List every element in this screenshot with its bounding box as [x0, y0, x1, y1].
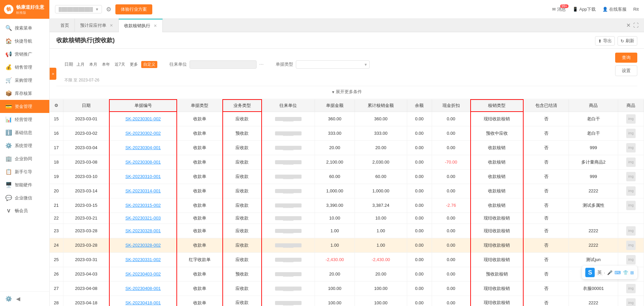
cell-partner: ████	[262, 184, 315, 198]
sidebar-item-operation[interactable]: 📊 经营管理	[0, 113, 49, 126]
user-name[interactable]: Rit	[633, 7, 639, 12]
date-this-year[interactable]: 本年	[101, 61, 111, 68]
voucher-link[interactable]: SK-20230321-003	[125, 216, 161, 221]
col-partner: 往来单位	[262, 100, 315, 112]
tab-collection[interactable]: 收款核销执行 ✕	[119, 19, 163, 32]
voucher-link[interactable]: SK-20230308-001	[125, 160, 161, 165]
sidebar-item-wechat[interactable]: 💬 企业微信	[0, 191, 49, 204]
voucher-link[interactable]: SK-20230314-001	[125, 188, 161, 193]
cell-writeoff: 10.00	[355, 212, 407, 224]
online-service-btn[interactable]: 👤 在线客服	[602, 6, 627, 12]
industry-btn[interactable]: 体验行业方案	[115, 4, 152, 14]
cell-balance: 0.00	[407, 155, 432, 169]
cell-product-img: img	[618, 126, 644, 140]
cell-type: 收款单	[177, 238, 223, 252]
cell-type: 收款单	[177, 281, 223, 296]
cell-product-img: img	[618, 224, 644, 238]
col-balance: 余额	[407, 100, 432, 112]
sidebar-item-guide[interactable]: 📋 新手引导	[0, 165, 49, 178]
cell-biz-type: 应收款	[223, 140, 262, 155]
setting-btn[interactable]: 设置	[615, 65, 637, 76]
partner-input[interactable]	[190, 60, 257, 69]
voucher-link[interactable]: SK-20230302-002	[125, 131, 161, 136]
voucher-link[interactable]: SK-20230331-002	[125, 257, 161, 262]
inventory-icon: 📦	[5, 90, 12, 97]
cell-settled: 否	[523, 238, 569, 252]
filter-toggle-btn[interactable]: »	[50, 68, 56, 80]
sidebar-item-basic[interactable]: ℹ️ 基础信息	[0, 126, 49, 139]
tab-home[interactable]: 首页	[55, 19, 75, 32]
date-7days[interactable]: 近7天	[113, 61, 126, 68]
refresh-btn[interactable]: ↻ 刷新	[618, 36, 637, 46]
tab-prepayment[interactable]: 预计应应付单 ✕	[75, 19, 119, 32]
voucher-link[interactable]: SK-20230328-001	[125, 228, 161, 233]
filter-row: 日期 上月 本月 本年 近7天 更多 自定义 往来单位 ··· 单据类型	[56, 53, 637, 76]
brand-icon-3: 🎤	[607, 270, 612, 275]
cell-cancel-type: 收款核销	[471, 184, 523, 198]
cell-voucher: SK-20230301-002	[109, 112, 176, 126]
settings-icon[interactable]: ⚙️	[5, 296, 12, 302]
voucher-link[interactable]: SK-20230304-001	[125, 145, 161, 150]
brand-icons: 英 · 🎤 ⌨ 👕 ⊞	[597, 269, 634, 276]
cell-biz-type: 预收款	[223, 267, 262, 281]
home-icon: 🏠	[5, 38, 12, 44]
close-tab-btn[interactable]: ✕	[626, 22, 631, 28]
cell-type: 收款单	[177, 224, 223, 238]
voucher-type-select[interactable]	[296, 60, 370, 69]
cell-amount: 100.00	[315, 296, 355, 306]
sidebar-item-enterprise[interactable]: 🏢 企业协同	[0, 152, 49, 165]
table-body: 15 2023-03-01 SK-20230301-002 收款单 应收款 ██…	[50, 112, 644, 306]
sidebar-item-quick[interactable]: 🏠 快捷导航	[0, 35, 49, 48]
cell-discount: -2.76	[432, 198, 471, 212]
cell-cancel-type: 预收款核销	[471, 267, 523, 281]
export-btn[interactable]: ⬆ 导出	[595, 36, 615, 46]
gear-icon[interactable]: ⚙	[106, 6, 111, 13]
close-tab-prepayment-icon[interactable]: ✕	[110, 23, 113, 28]
cell-writeoff: 3,387.24	[355, 198, 407, 212]
enterprise-icon: 🏢	[5, 156, 12, 162]
expand-filter-btn[interactable]: ▾ 展开更多条件	[332, 89, 362, 95]
voucher-link[interactable]: SK-20230418-001	[125, 300, 161, 305]
data-table: ⚙ 日期 单据编号 单据类型 业务类型 往来单位 单据金额 累计核销金额 余额 …	[50, 99, 644, 306]
cell-type: 收款单	[177, 212, 223, 224]
table-row: 25 2023-03-31 SK-20230331-002 红字收款单 应收款 …	[50, 252, 644, 267]
sidebar-item-marketing[interactable]: 📢 营销推广	[0, 48, 49, 61]
maximize-tab-btn[interactable]: ⛶	[633, 22, 639, 28]
sidebar-item-finance[interactable]: 💳 资金管理	[0, 100, 49, 113]
cell-product-img: img	[618, 252, 644, 267]
voucher-link[interactable]: SK-20230315-002	[125, 203, 161, 208]
brand-overlay: S 英 · 🎤 ⌨ 👕 ⊞	[582, 266, 637, 279]
date-last-month[interactable]: 上月	[75, 61, 86, 68]
main-area: ████████████ ▾ ⚙ 体验行业方案 ✉ 消息 99+ 📱 App下载…	[50, 0, 644, 306]
date-more[interactable]: 更多	[128, 61, 139, 68]
col-discount: 现金折扣	[432, 100, 471, 112]
voucher-link[interactable]: SK-20230403-002	[125, 271, 161, 277]
cell-date: 2023-03-10	[63, 169, 109, 184]
voucher-link[interactable]: SK-20230408-001	[125, 286, 161, 291]
cell-biz-type: 应收款	[223, 212, 262, 224]
cell-product-img: img	[618, 155, 644, 169]
app-download-btn[interactable]: 📱 App下载	[573, 6, 596, 12]
account-select[interactable]: ████████████ ▾	[55, 5, 102, 13]
sidebar-item-purchase[interactable]: 🛒 采购管理	[0, 74, 49, 87]
sidebar-item-system[interactable]: ⚙️ 系统管理	[0, 139, 49, 152]
sidebar-item-sales[interactable]: 💰 销售管理	[0, 61, 49, 74]
topbar-right: ✉ 消息 99+ 📱 App下载 👤 在线客服 Rit	[552, 6, 639, 12]
sidebar-item-member[interactable]: V 畅会员	[0, 204, 49, 217]
table-row: 20 2023-03-14 SK-20230314-001 收款单 应收款 ██…	[50, 184, 644, 198]
cell-cancel-type: 现结收款核销	[471, 296, 523, 306]
col-settings[interactable]: ⚙	[50, 100, 63, 112]
close-tab-collection-icon[interactable]: ✕	[154, 23, 157, 28]
sidebar-item-hardware[interactable]: 🖥️ 智能硬件	[0, 178, 49, 191]
date-custom-btn[interactable]: 自定义	[141, 61, 157, 68]
sidebar-item-inventory[interactable]: 📦 库存核算	[0, 87, 49, 100]
voucher-link[interactable]: SK-20230328-002	[125, 243, 161, 248]
collapse-icon[interactable]: ◀	[16, 296, 20, 302]
date-this-month[interactable]: 本月	[88, 61, 99, 68]
voucher-link[interactable]: SK-20230310-001	[125, 174, 161, 179]
sidebar-item-search[interactable]: 🔍 搜索菜单	[0, 21, 49, 35]
cell-date: 2023-03-04	[63, 140, 109, 155]
message-btn[interactable]: ✉ 消息 99+	[552, 6, 566, 12]
query-btn[interactable]: 查询	[615, 53, 637, 63]
voucher-link[interactable]: SK-20230301-002	[125, 116, 161, 121]
